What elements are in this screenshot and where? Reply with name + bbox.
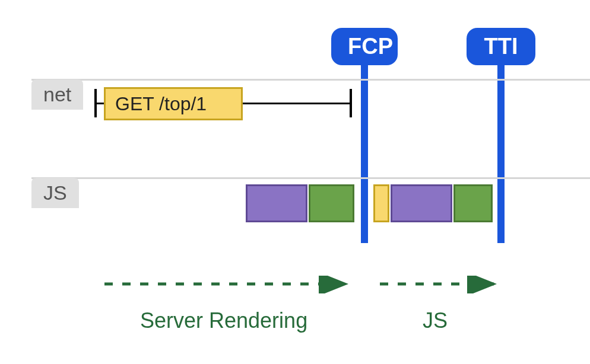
js-task-green-1 <box>309 184 354 222</box>
server-rendering-arrow <box>102 276 354 293</box>
js-task-purple-2 <box>391 184 452 222</box>
net-request-box: GET /top/1 <box>104 87 243 120</box>
js-task-green-2 <box>453 184 493 222</box>
fcp-marker-line <box>361 65 368 243</box>
js-task-purple-1 <box>246 184 307 222</box>
js-lane-label: JS <box>31 178 79 208</box>
js-lane-line <box>31 177 590 179</box>
tti-badge: TTI <box>467 28 535 65</box>
js-phase-arrow <box>378 276 502 293</box>
tti-marker-line <box>497 65 505 243</box>
net-lane-line <box>31 79 590 81</box>
js-task-yellow <box>373 184 389 222</box>
net-whisker-right <box>350 89 352 117</box>
performance-timeline-diagram: FCP TTI net GET /top/1 JS Server <box>0 0 590 364</box>
net-lane-label: net <box>31 79 83 110</box>
fcp-badge: FCP <box>331 28 398 65</box>
js-phase-label: JS <box>423 308 448 333</box>
server-rendering-label: Server Rendering <box>140 308 307 333</box>
